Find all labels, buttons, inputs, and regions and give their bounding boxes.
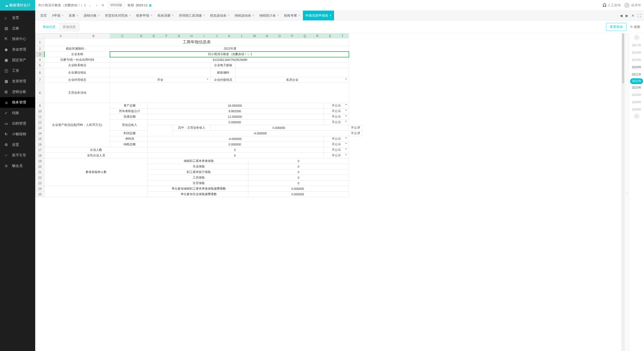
close-icon[interactable]: ✕ (277, 14, 279, 17)
row-9[interactable]: 9 (35, 103, 45, 109)
female-pub[interactable]: 不公示 (324, 153, 349, 158)
col-H[interactable]: H (185, 33, 198, 39)
tab-11[interactable]: 税检专家✕ (281, 11, 303, 20)
asset-pub-1[interactable]: 不公示 (324, 109, 349, 114)
sidebar-item-0[interactable]: ⌂首页 (0, 13, 35, 23)
col-I[interactable]: I (198, 33, 211, 39)
user-menu[interactable]: 徐泽华 (624, 3, 641, 8)
consult-button[interactable]: 🎧 人工咨询 (602, 3, 621, 8)
close-icon[interactable]: ✕ (329, 14, 332, 17)
company-input[interactable]: 刘小艳演示账套（勿删勿动！）1 (110, 52, 349, 57)
close-icon[interactable]: ✕ (61, 14, 64, 17)
row-16[interactable]: 16 (35, 142, 45, 147)
close-icon[interactable]: ✕ (129, 14, 131, 17)
switch-old-button[interactable]: 切到旧版 (108, 2, 125, 8)
tab-5[interactable]: 税务申报✕ (134, 11, 155, 20)
subtab-0[interactable]: 基础信息 (39, 23, 59, 31)
tab-3[interactable]: 进销台账✕ (81, 11, 102, 20)
tab-0[interactable]: 首页 (38, 11, 49, 20)
asset-value-3[interactable]: 0.000000 (148, 120, 324, 125)
sidebar-item-8[interactable]: ☺税务管理 (0, 97, 35, 108)
col-D[interactable]: D (135, 33, 148, 39)
row-12[interactable]: 12 (35, 120, 45, 125)
row-7[interactable]: 7 (35, 77, 45, 83)
year-2019年[interactable]: 2019年 (631, 56, 642, 64)
row-25[interactable]: 25 (35, 192, 45, 197)
asset-value-2[interactable]: 12.050000 (148, 114, 324, 120)
close-icon[interactable]: ✕ (150, 14, 152, 17)
row-2[interactable]: 2 (35, 46, 45, 52)
col-T[interactable]: T (336, 33, 349, 39)
account-selector[interactable]: 刘小艳演示账套（勿删勿动！）1 ⌄ (38, 3, 94, 8)
subtab-1[interactable]: 其他信息 (59, 23, 79, 31)
row-18[interactable]: 18 (35, 153, 45, 158)
reg-value[interactable]: 91320811MA7NGR2W6R (110, 57, 349, 63)
gear-icon[interactable]: ⚙ (101, 3, 104, 7)
asset-pub-0[interactable]: 不公示 (324, 103, 349, 109)
plus-icon[interactable]: ＋ (95, 3, 98, 8)
insurance-value-4[interactable]: 0 (248, 181, 349, 186)
tab-10[interactable]: 纳税统计表✕ (257, 11, 281, 20)
asset-pub-3[interactable]: 不公示 (324, 120, 349, 125)
sidebar-item-11[interactable]: ↻小畅报销 (0, 129, 35, 139)
row-11[interactable]: 11 (35, 114, 45, 120)
close-icon[interactable]: ✕ (298, 14, 300, 17)
tab-2[interactable]: 发票✕ (66, 11, 81, 20)
year-2023年[interactable]: 2023年 (631, 84, 642, 91)
row-4[interactable]: 4 (35, 57, 45, 63)
col-L[interactable]: L (236, 33, 248, 39)
reset-button[interactable]: 重置报表 (606, 23, 627, 31)
tab-6[interactable]: 税表清册✕ (155, 11, 176, 20)
row-6[interactable]: 6 (35, 68, 45, 77)
close-icon[interactable]: ✕ (98, 14, 100, 17)
col-J[interactable]: J (211, 33, 223, 39)
row-8[interactable]: 8 (35, 83, 45, 103)
sidebar-item-6[interactable]: ▦发票管理 (0, 76, 35, 87)
close-icon[interactable]: ✕ (252, 14, 254, 17)
tab-4[interactable]: 存货别名对照表✕ (102, 11, 134, 20)
employees-value[interactable]: 0 (148, 147, 324, 153)
col-N[interactable]: N (261, 33, 273, 39)
col-S[interactable]: S (324, 33, 336, 39)
asset-value-4[interactable]: 0.000000 (211, 125, 349, 131)
sheet-scroll[interactable]: ABCDEFGHIJKLMNOPQRST1工商年报信息表2税款所属期间：2022… (35, 33, 621, 351)
row-14[interactable]: 14 (35, 131, 45, 136)
col-E[interactable]: E (148, 33, 160, 39)
tabs-prev-icon[interactable]: ◀ (620, 14, 623, 18)
vertical-scrollbar[interactable] (621, 33, 625, 351)
year-collapse[interactable]: ‹ (625, 33, 629, 351)
row-17[interactable]: 17 (35, 147, 45, 153)
tabs-next-icon[interactable]: ▶ (626, 14, 628, 18)
tab-8[interactable]: 税负波动表✕ (208, 11, 232, 20)
holding-select[interactable]: 私营企业 (236, 77, 349, 83)
col-R[interactable]: R (311, 33, 324, 39)
col-M[interactable]: M (248, 33, 261, 39)
col-K[interactable]: K (223, 33, 236, 39)
period-value[interactable]: 2023-11 (136, 3, 148, 7)
row-3[interactable]: 3 (35, 52, 45, 57)
asset-value-0[interactable]: 18.050000 (148, 103, 324, 109)
close-icon[interactable]: ✕ (76, 14, 78, 17)
zip-input[interactable] (236, 68, 349, 77)
row-24[interactable]: 24 (35, 186, 45, 192)
asset-pub-7[interactable]: 不公示 (324, 142, 349, 147)
female-value[interactable]: 0 (148, 153, 324, 158)
sidebar-item-3[interactable]: ◉资金管理 (0, 44, 35, 55)
close-icon[interactable]: ✕ (227, 14, 230, 17)
row-5[interactable]: 5 (35, 63, 45, 68)
close-icon[interactable]: ✕ (172, 14, 174, 17)
sidebar-item-14[interactable]: ♔畅会员 (0, 161, 35, 171)
sidebar-item-7[interactable]: ⊞进销台账 (0, 87, 35, 97)
sidebar-item-5[interactable]: ◫工资 (0, 65, 35, 76)
asset-pub-5[interactable]: 不公示 (349, 131, 362, 136)
sidebar-item-2[interactable]: ⇱报表中心 (0, 34, 35, 44)
tab-9[interactable]: 纳税波动表✕ (232, 11, 257, 20)
row-1[interactable]: 1 (35, 39, 45, 46)
year-2026年[interactable]: 2026年 (631, 106, 642, 113)
row-19[interactable]: 19 (35, 158, 45, 164)
employees-pub[interactable]: 不公示 (324, 147, 349, 153)
col-B[interactable]: B (77, 33, 110, 39)
refresh-button[interactable]: ↻ 刷新 (630, 25, 640, 29)
row-20[interactable]: 20 (35, 164, 45, 169)
row-15[interactable]: 15 (35, 136, 45, 142)
